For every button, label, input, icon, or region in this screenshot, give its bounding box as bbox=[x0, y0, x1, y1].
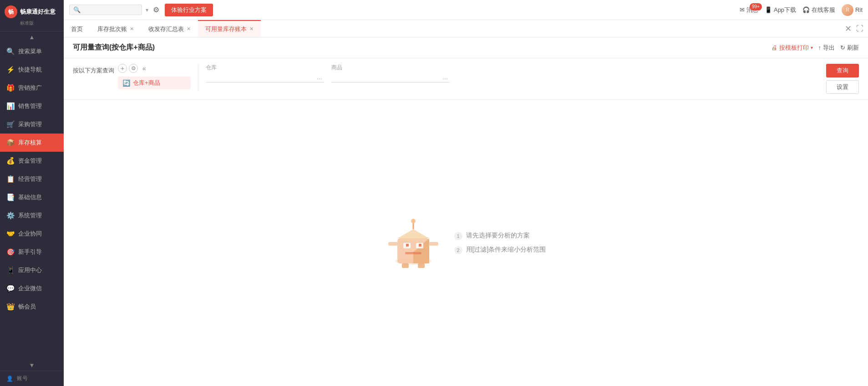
app-label: App下载 bbox=[774, 6, 796, 14]
svg-rect-8 bbox=[405, 252, 421, 254]
search-input[interactable] bbox=[82, 7, 138, 13]
sidebar-item-finance[interactable]: 💰 资金管理 bbox=[0, 152, 64, 170]
sidebar-item-label: 库存核算 bbox=[18, 139, 42, 147]
tip-num-2: 2 bbox=[454, 246, 462, 254]
target-icon: 🎯 bbox=[6, 248, 15, 256]
sidebar-item-inventory[interactable]: 📦 库存核算 bbox=[0, 134, 64, 152]
content-area: 可用量查询(按仓库+商品) 🖨 按模板打印 ▾ ↑ 导出 ↻ 刷新 按以下方案 bbox=[64, 37, 868, 386]
search-icon: 🔍 bbox=[6, 47, 15, 56]
scheme-collapse-btn[interactable]: « bbox=[140, 64, 149, 73]
empty-tips: 1 请先选择要分析的方案 2 用[过滤]条件来缩小分析范围 bbox=[454, 232, 546, 254]
chevron-down-icon[interactable]: ▾ bbox=[146, 7, 148, 13]
service-label: 在线客服 bbox=[812, 6, 835, 14]
filter-scheme-toolbar: + ⚙ « bbox=[118, 64, 191, 73]
topbar: 🔍 ▾ ⚙ 体验行业方案 ✉ 消息 99+ 📱 App下载 🎧 在线客服 R bbox=[64, 0, 868, 20]
sidebar-item-label: 快捷导航 bbox=[18, 66, 42, 74]
messages-btn[interactable]: ✉ 消息 99+ bbox=[740, 6, 758, 14]
sidebar-item-purchase[interactable]: 🛒 采购管理 bbox=[0, 115, 64, 134]
username-label: Rit bbox=[855, 6, 863, 13]
print-btn[interactable]: 🖨 按模板打印 ▾ bbox=[772, 44, 813, 52]
sidebar-item-sales[interactable]: 📊 销售管理 bbox=[0, 97, 64, 115]
sidebar-item-label: 企业协同 bbox=[18, 230, 42, 238]
clipboard-icon: 📋 bbox=[6, 175, 15, 183]
app-download-btn[interactable]: 📱 App下载 bbox=[765, 6, 796, 14]
money-icon: 💰 bbox=[6, 157, 15, 165]
search-icon: 🔍 bbox=[73, 6, 81, 13]
scheme-item-warehouse-product[interactable]: 🔄 仓库+商品 bbox=[118, 77, 191, 89]
product-more-icon[interactable]: … bbox=[442, 74, 448, 81]
experience-btn[interactable]: 体验行业方案 bbox=[165, 4, 213, 16]
tab-home[interactable]: 首页 bbox=[64, 20, 90, 37]
svg-point-12 bbox=[411, 219, 416, 223]
warehouse-input-area[interactable]: … bbox=[206, 72, 324, 82]
sidebar-item-member[interactable]: 👑 畅会员 bbox=[0, 298, 64, 316]
sidebar-item-newguide[interactable]: 🎯 新手引导 bbox=[0, 243, 64, 261]
sidebar-item-search[interactable]: 🔍 搜索菜单 bbox=[0, 42, 64, 61]
inventory-icon: 📦 bbox=[6, 139, 15, 147]
warehouse-label: 仓库 bbox=[206, 64, 324, 72]
printer-icon: 🖨 bbox=[772, 44, 777, 51]
warehouse-input[interactable] bbox=[208, 74, 315, 81]
refresh-btn[interactable]: ↻ 刷新 bbox=[840, 44, 859, 52]
sidebar-item-label: 企业微信 bbox=[18, 284, 42, 293]
product-input-area[interactable]: … bbox=[331, 72, 450, 82]
tabs-expand-btn[interactable]: ⛶ bbox=[856, 25, 863, 33]
user-profile-btn[interactable]: R Rit bbox=[842, 4, 863, 16]
filter-area: 按以下方案查询 + ⚙ « 🔄 仓库+商品 仓库 … bbox=[64, 58, 868, 100]
empty-tip-1: 1 请先选择要分析的方案 bbox=[454, 232, 546, 240]
sidebar-item-system[interactable]: ⚙️ 系统管理 bbox=[0, 206, 64, 225]
sidebar-bottom[interactable]: 👤 账号 bbox=[0, 371, 64, 386]
warehouse-more-icon[interactable]: … bbox=[317, 74, 322, 81]
tab-summary-close[interactable]: ✕ bbox=[187, 26, 191, 31]
tabs-close-all-btn[interactable]: ✕ bbox=[845, 24, 852, 34]
sidebar-item-wechat[interactable]: 💬 企业微信 bbox=[0, 279, 64, 298]
sidebar-item-label: 应用中心 bbox=[18, 266, 42, 274]
svg-rect-10 bbox=[418, 263, 425, 268]
filter-actions: 查询 设置 bbox=[826, 64, 859, 94]
tab-batch-label: 库存批次账 bbox=[97, 25, 127, 33]
scheme-icon: 🔄 bbox=[122, 79, 130, 87]
filter-settings-btn[interactable]: 设置 bbox=[826, 80, 859, 94]
page-header: 可用量查询(按仓库+商品) 🖨 按模板打印 ▾ ↑ 导出 ↻ 刷新 bbox=[64, 37, 868, 58]
filter-scheme-area: + ⚙ « 🔄 仓库+商品 bbox=[118, 64, 191, 89]
sidebar-brand: 畅 畅康通好生意 bbox=[5, 5, 59, 18]
tab-available[interactable]: 可用量库存账本 ✕ bbox=[198, 20, 261, 37]
sidebar-item-basic[interactable]: 📑 基础信息 bbox=[0, 188, 64, 206]
sidebar-scroll-down[interactable]: ▼ bbox=[0, 360, 64, 371]
topbar-search-box[interactable]: 🔍 bbox=[69, 5, 142, 15]
refresh-label: 刷新 bbox=[847, 44, 859, 52]
sidebar-item-enterprise[interactable]: 🤝 企业协同 bbox=[0, 225, 64, 243]
export-btn[interactable]: ↑ 导出 bbox=[818, 44, 835, 52]
sidebar-item-label: 资金管理 bbox=[18, 157, 42, 165]
tab-batch-close[interactable]: ✕ bbox=[130, 26, 134, 31]
sidebar-item-appcenter[interactable]: 📱 应用中心 bbox=[0, 261, 64, 279]
sidebar-item-label: 搜索菜单 bbox=[18, 47, 42, 56]
svg-rect-14 bbox=[429, 242, 438, 246]
tab-batch[interactable]: 库存批次账 ✕ bbox=[90, 20, 141, 37]
sidebar-item-marketing[interactable]: 🎁 营销推广 bbox=[0, 79, 64, 97]
sidebar-item-operations[interactable]: 📋 经营管理 bbox=[0, 170, 64, 188]
handshake-icon: 🤝 bbox=[6, 230, 15, 238]
tab-available-close[interactable]: ✕ bbox=[249, 26, 254, 31]
query-btn[interactable]: 查询 bbox=[826, 64, 859, 77]
add-scheme-btn[interactable]: + bbox=[118, 64, 127, 73]
filter-fields: 仓库 … 商品 … bbox=[206, 64, 817, 82]
svg-rect-7 bbox=[419, 244, 421, 247]
settings-icon[interactable]: ⚙ bbox=[153, 5, 159, 14]
avatar-text: R bbox=[846, 7, 849, 12]
product-label: 商品 bbox=[331, 64, 450, 72]
page-title: 可用量查询(按仓库+商品) bbox=[73, 43, 155, 52]
sidebar-item-shortcut[interactable]: ⚡ 快捷导航 bbox=[0, 61, 64, 79]
product-input[interactable] bbox=[333, 74, 441, 81]
sidebar-item-label: 系统管理 bbox=[18, 211, 42, 220]
refresh-icon: ↻ bbox=[840, 44, 845, 51]
svg-rect-9 bbox=[402, 263, 409, 268]
tab-summary[interactable]: 收发存汇总表 ✕ bbox=[141, 20, 198, 37]
sidebar-scroll-up[interactable]: ▲ bbox=[0, 31, 64, 42]
online-service-btn[interactable]: 🎧 在线客服 bbox=[802, 6, 835, 14]
brand-version: 标准版 bbox=[20, 20, 59, 26]
sidebar-bottom-label: 账号 bbox=[17, 375, 28, 382]
scheme-settings-btn[interactable]: ⚙ bbox=[129, 64, 138, 73]
svg-rect-13 bbox=[388, 242, 397, 246]
main-area: 🔍 ▾ ⚙ 体验行业方案 ✉ 消息 99+ 📱 App下载 🎧 在线客服 R bbox=[64, 0, 868, 386]
